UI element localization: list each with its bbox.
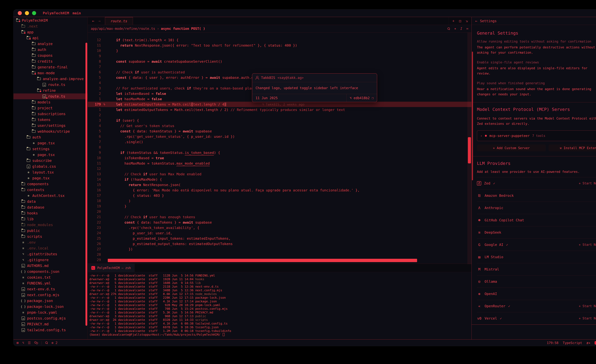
tree-item-page-tsx[interactable]: ⊗page.tsx bbox=[14, 140, 88, 146]
llm-provider-zed[interactable]: ZZed✓+ Start New Thread∨ bbox=[477, 177, 596, 189]
cursor-position[interactable]: 179:58 bbox=[547, 341, 559, 345]
tree-item-route-ts[interactable]: TSroute.ts bbox=[14, 82, 88, 88]
expand-editor-icon[interactable]: ⇲ bbox=[466, 19, 468, 23]
tree-item-credits[interactable]: credits bbox=[14, 58, 88, 64]
tree-item-models[interactable]: models bbox=[14, 99, 88, 105]
tree-item-max-mode[interactable]: max-mode bbox=[14, 70, 88, 76]
start-new-thread-button[interactable]: + Start New Thread bbox=[579, 304, 596, 308]
llm-provider-openrouter[interactable]: «OpenRouter✓+ Start New Thread∨ bbox=[477, 300, 596, 312]
tree-item-components-json[interactable]: { }components.json bbox=[14, 269, 88, 275]
tree-item-scripts[interactable]: scripts bbox=[14, 234, 88, 239]
split-editor-icon[interactable]: ◫ bbox=[459, 19, 461, 23]
settings-scrollbar[interactable] bbox=[472, 52, 473, 180]
tree-item-api[interactable]: api bbox=[14, 35, 88, 41]
terminal-panel-toggle-icon[interactable]: >_ bbox=[595, 341, 596, 345]
llm-provider-mistral[interactable]: MMistral∨ bbox=[477, 263, 596, 275]
git-branch-label[interactable]: main bbox=[73, 11, 81, 15]
language-selector[interactable]: TypeScript bbox=[563, 341, 582, 345]
tree-item-subscriptions[interactable]: subscriptions bbox=[14, 111, 88, 117]
diagnostics-icon[interactable]: ⊗ 2 bbox=[52, 341, 58, 345]
tree-item-tailwind-config-ts[interactable]: TStailwind.config.ts bbox=[14, 327, 88, 333]
tree-item-funding-yml[interactable]: ≡FUNDING.yml bbox=[14, 280, 88, 286]
breadcrumb-symbol[interactable]: async function POST( ) bbox=[161, 27, 205, 31]
tree-item-lib[interactable]: lib bbox=[14, 216, 88, 222]
inline-git-blame[interactable]: ⌥Takk8IS, 2 weeks ago bbox=[262, 102, 305, 107]
edit-prediction-icon[interactable]: z» bbox=[586, 341, 590, 345]
tree-item--next[interactable]: .next bbox=[14, 23, 88, 29]
back-icon[interactable]: ← bbox=[475, 19, 477, 23]
tab-route-ts[interactable]: route.ts bbox=[105, 17, 133, 25]
expand-chevron-icon[interactable]: › bbox=[480, 134, 482, 138]
zoom-window-button[interactable] bbox=[32, 11, 36, 15]
navigate-back-icon[interactable]: ← bbox=[92, 19, 94, 23]
blame-commit-hash[interactable]: edb418b2 bbox=[354, 96, 370, 100]
tree-item--env[interactable]: ≡.env bbox=[14, 239, 88, 245]
tree-item--gitignore[interactable]: ⌥.gitignore bbox=[14, 257, 88, 263]
editor-horizontal-scrollbar-thumb[interactable] bbox=[108, 259, 417, 262]
minimize-window-button[interactable] bbox=[25, 11, 29, 15]
tree-item-globals-css[interactable]: #globals.css bbox=[14, 163, 88, 169]
tree-item-components[interactable]: components bbox=[14, 181, 88, 187]
new-tab-icon[interactable]: + bbox=[452, 19, 454, 23]
mcp-server-row[interactable]: › mcp-server-puppeteer 7 tools bbox=[477, 130, 596, 141]
tree-item-package-lock-json[interactable]: { }package-lock.json bbox=[14, 304, 88, 310]
ibeam-cursor-icon[interactable]: I bbox=[460, 27, 462, 31]
tree-item-page-tsx[interactable]: ⊗page.tsx bbox=[14, 175, 88, 181]
editor-scrollbar-thumb[interactable] bbox=[468, 137, 471, 163]
llm-provider-openai[interactable]: ⊛OpenAI∨ bbox=[477, 288, 596, 300]
inline-assist-icon[interactable]: ✶ bbox=[454, 27, 456, 31]
tree-item-auth[interactable]: auth bbox=[14, 134, 88, 140]
tree-item-page-tsx[interactable]: ⊗page.tsx bbox=[14, 152, 88, 158]
tree-item-next-config-mjs[interactable]: JSnext.config.mjs bbox=[14, 292, 88, 298]
tree-item-route-ts[interactable]: TSroute.ts bbox=[14, 93, 88, 99]
tree-item-refine[interactable]: refine bbox=[14, 88, 88, 93]
tree-item-authcontext-tsx[interactable]: ⊗AuthContext.tsx bbox=[14, 193, 88, 199]
llm-provider-vercel[interactable]: v0Vercel✓+ Start New Thread∨ bbox=[477, 312, 596, 324]
tree-item-hooks[interactable]: hooks bbox=[14, 210, 88, 216]
search-status-icon[interactable] bbox=[45, 342, 48, 344]
copy-icon[interactable]: ❐ bbox=[372, 96, 373, 100]
tree-item-public[interactable]: public bbox=[14, 228, 88, 234]
start-new-thread-button[interactable]: + Start New Thread bbox=[579, 317, 596, 320]
tree-item-postcss-config-mjs[interactable]: JSpostcss.config.mjs bbox=[14, 315, 88, 321]
close-window-button[interactable] bbox=[18, 11, 22, 15]
llm-provider-anthropic[interactable]: ɅAnthropic∨ bbox=[477, 202, 596, 214]
git-panel-icon[interactable]: ⌥ bbox=[22, 341, 24, 345]
project-panel-icon[interactable]: ⊞ bbox=[16, 341, 19, 345]
tree-item-node-modules[interactable]: node_modules bbox=[14, 222, 88, 228]
tree-item-cookies-txt[interactable]: ≡cookies.txt bbox=[14, 275, 88, 280]
llm-provider-deepseek[interactable]: ≋DeepSeek∨ bbox=[477, 226, 596, 238]
outline-panel-icon[interactable]: ☰ bbox=[28, 341, 31, 345]
terminal-prompt[interactable]: (base) davidcavalcante@FjallstoppurHost:… bbox=[89, 333, 470, 337]
tree-item-auth[interactable]: auth bbox=[14, 47, 88, 52]
project-panel-scrollbar[interactable] bbox=[85, 43, 87, 326]
tree-item--env-local[interactable]: ≡.env.local bbox=[14, 245, 88, 251]
window-title[interactable]: PolymTechHIM bbox=[43, 11, 69, 15]
breadcrumb[interactable]: app/api/max-mode/refine/route.ts › async… bbox=[88, 25, 471, 33]
tree-item-privacy-md[interactable]: M▾PRIVACY.md bbox=[14, 321, 88, 327]
breadcrumb-path[interactable]: app/api/max-mode/refine/route.ts bbox=[91, 27, 155, 31]
search-icon[interactable] bbox=[447, 27, 450, 30]
llm-provider-ollama[interactable]: ʊOllama∨ bbox=[477, 275, 596, 288]
start-new-thread-button[interactable]: + Start New Thread bbox=[579, 243, 596, 246]
editor-controls-icon[interactable]: ≔ bbox=[466, 27, 468, 31]
terminal-tab[interactable]: >_ PolymTechHIM — zsh bbox=[88, 264, 134, 272]
tree-item-pnpm-lock-yaml[interactable]: ≡pnpm-lock.yaml bbox=[14, 310, 88, 315]
tree-item-user-settings[interactable]: user/settings bbox=[14, 123, 88, 128]
llm-provider-github-copilot-chat[interactable]: ☻GitHub Copilot Chat∨ bbox=[477, 214, 596, 226]
add-custom-server-button[interactable]: + Add Custom Server bbox=[477, 144, 546, 151]
tree-item-tokens[interactable]: tokens bbox=[14, 117, 88, 123]
start-new-thread-button[interactable]: + Start New Thread bbox=[579, 182, 596, 185]
tree-item-generate-final[interactable]: generate-final bbox=[14, 64, 88, 70]
install-mcp-extensions-button[interactable]: ⚒ Install MCP Extensions bbox=[549, 144, 596, 151]
tree-item-analyze[interactable]: analyze bbox=[14, 41, 88, 47]
terminal-output[interactable]: -rw-r--r--@ 1 davidcavalcante staff 112B… bbox=[88, 272, 471, 339]
tree-item-webhooks-stripe[interactable]: webhooks/stripe bbox=[14, 128, 88, 134]
tree-item-layout-tsx[interactable]: ⊗layout.tsx bbox=[14, 169, 88, 175]
tree-item-polymtechhim[interactable]: PolymTechHIM bbox=[14, 17, 88, 23]
tree-item-database[interactable]: database bbox=[14, 204, 88, 210]
collab-panel-icon[interactable] bbox=[34, 341, 38, 344]
tree-item-contexts[interactable]: contexts bbox=[14, 187, 88, 193]
code-editor[interactable]: 12ϟ if (text.trim().length < 10) {11ϟ re… bbox=[88, 33, 471, 264]
llm-provider-lm-studio[interactable]: ▤LM Studio∨ bbox=[477, 251, 596, 263]
